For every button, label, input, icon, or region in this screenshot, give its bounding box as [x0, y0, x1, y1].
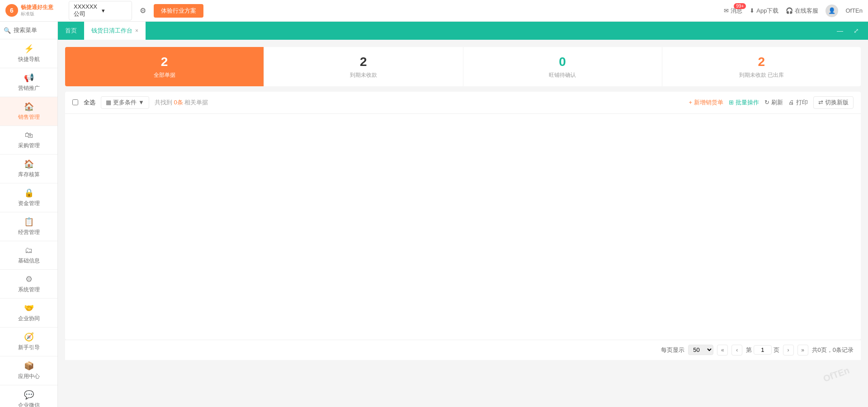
inventory-icon: 🏠 — [24, 159, 34, 169]
status-card-all[interactable]: 2 全部单据 — [65, 47, 264, 86]
refresh-label: 刷新 — [771, 98, 783, 107]
batch-label: 批量操作 — [736, 98, 759, 107]
filter-label: 更多条件 — [113, 98, 137, 107]
sales-icon: 🏠 — [24, 102, 34, 112]
switch-label: 切换新版 — [825, 98, 849, 107]
sidebar-item-purchase[interactable]: 🛍 采购管理 — [0, 126, 57, 154]
expand-button[interactable]: ⤢ — [850, 24, 863, 37]
sidebar-basic-info-label: 基础信息 — [18, 257, 40, 265]
online-service-button[interactable]: 🎧 在线客服 — [786, 7, 818, 15]
sidebar-finance-label: 资金管理 — [18, 200, 40, 207]
next-page-button[interactable]: › — [783, 345, 794, 356]
tab-home[interactable]: 首页 — [58, 22, 84, 40]
app-title: 畅捷通好生意 — [21, 4, 53, 10]
sidebar-item-app-center[interactable]: 📦 应用中心 — [0, 356, 57, 385]
sidebar-wechat-label: 企业微信 — [18, 402, 40, 407]
sidebar-system-label: 系统管理 — [18, 286, 40, 294]
nav-tabs: 首页 钱货日清工作台 × — ⤢ — [58, 22, 868, 40]
sidebar-item-wechat[interactable]: 💬 企业微信 — [0, 385, 57, 407]
last-page-button[interactable]: » — [797, 345, 808, 356]
all-label: 全部单据 — [74, 71, 255, 79]
search-menu-button[interactable]: 🔍 搜索菜单 — [0, 22, 57, 39]
avatar-icon: 👤 — [828, 7, 835, 14]
guide-icon: 🧭 — [24, 332, 34, 342]
found-prefix: 共找到 — [155, 99, 172, 106]
toolbar: 全选 ▦ 更多条件 ▼ 共找到 0条 相关单据 + 新增销货单 ⊞ 批量操作 ↻… — [65, 92, 861, 114]
sidebar-item-operations[interactable]: 📋 经营管理 — [0, 212, 57, 241]
filter-chevron-icon: ▼ — [138, 99, 144, 106]
sidebar-item-inventory[interactable]: 🏠 库存核算 — [0, 154, 57, 183]
tab-close-icon[interactable]: × — [135, 28, 138, 34]
company-selector[interactable]: XXXXXX公司 ▾ — [69, 1, 132, 20]
search-icon: 🔍 — [4, 27, 11, 34]
switch-version-button[interactable]: ⇄ 切换新版 — [813, 96, 854, 109]
page-input[interactable] — [754, 345, 772, 355]
total-info: 共0页，0条记录 — [812, 346, 854, 354]
sidebar-item-marketing[interactable]: 📢 营销推广 — [0, 68, 57, 97]
sidebar-item-quick-nav[interactable]: ⚡ 快捷导航 — [0, 39, 57, 68]
enterprise-icon: 🤝 — [24, 303, 34, 313]
message-button[interactable]: ✉ 消息 99+ — [724, 7, 742, 15]
minimize-button[interactable]: — — [834, 24, 846, 37]
prev-page-button[interactable]: ‹ — [731, 345, 742, 356]
purchase-icon: 🛍 — [25, 131, 33, 140]
tab-cashflow[interactable]: 钱货日清工作台 × — [84, 22, 146, 40]
system-icon: ⚙ — [25, 274, 33, 284]
sidebar-item-guide[interactable]: 🧭 新手引导 — [0, 327, 57, 356]
sidebar-enterprise-label: 企业协同 — [18, 315, 40, 323]
page-size-select[interactable]: 50 10 20 100 — [688, 345, 713, 355]
top-header: 6 畅捷通好生意 标准版 XXXXXX公司 ▾ ⚙ 体验行业方案 ✉ 消息 99… — [0, 0, 868, 22]
filter-button[interactable]: ▦ 更多条件 ▼ — [101, 96, 149, 109]
refresh-icon: ↻ — [764, 99, 769, 106]
header-right: ✉ 消息 99+ ⬇ App下载 🎧 在线客服 👤 OfTEn — [724, 5, 863, 17]
sidebar: 🔍 搜索菜单 ⚡ 快捷导航 📢 营销推广 🏠 销售管理 🛍 采购管理 🏠 库存核… — [0, 0, 58, 407]
add-label: 新增销货单 — [694, 98, 723, 107]
overdue-label: 到期未收款 — [273, 71, 453, 79]
status-card-overdue[interactable]: 2 到期未收款 — [264, 47, 463, 86]
sidebar-item-finance[interactable]: 🔒 资金管理 — [0, 183, 57, 212]
sidebar-quick-nav-label: 快捷导航 — [18, 56, 40, 63]
sidebar-item-system[interactable]: ⚙ 系统管理 — [0, 270, 57, 299]
app-download-button[interactable]: ⬇ App下载 — [750, 7, 778, 15]
refresh-button[interactable]: ↻ 刷新 — [764, 98, 783, 107]
pending-count: 0 — [472, 54, 653, 70]
operations-icon: 📋 — [24, 217, 34, 227]
sidebar-item-enterprise[interactable]: 🤝 企业协同 — [0, 299, 57, 327]
add-sales-order-button[interactable]: + 新增销货单 — [689, 98, 723, 107]
print-button[interactable]: 🖨 打印 — [788, 98, 808, 107]
batch-icon: ⊞ — [729, 99, 734, 106]
logo-icon: 6 — [5, 4, 18, 17]
marketing-icon: 📢 — [24, 73, 34, 83]
sidebar-purchase-label: 采购管理 — [18, 142, 40, 150]
sidebar-item-sales[interactable]: 🏠 销售管理 — [0, 97, 57, 126]
logo-area: 6 畅捷通好生意 标准版 — [5, 4, 63, 17]
message-badge: 99+ — [734, 3, 746, 9]
first-page-button[interactable]: « — [717, 345, 728, 356]
status-card-pending[interactable]: 0 旺铺待确认 — [463, 47, 662, 86]
switch-icon: ⇄ — [818, 99, 823, 106]
page-size-label: 每页显示 — [661, 346, 684, 354]
select-all-label: 全选 — [84, 98, 95, 107]
download-icon: ⬇ — [750, 7, 755, 14]
batch-operation-button[interactable]: ⊞ 批量操作 — [729, 98, 759, 107]
pagination: 每页显示 50 10 20 100 « ‹ 第 页 › » 共0页，0条记录 — [65, 340, 861, 360]
wechat-icon: 💬 — [24, 390, 34, 400]
avatar[interactable]: 👤 — [826, 5, 838, 17]
overdue-out-count: 2 — [671, 54, 852, 70]
page-label: 第 — [746, 346, 752, 353]
trial-button[interactable]: 体验行业方案 — [154, 4, 203, 18]
message-icon: ✉ — [724, 7, 729, 14]
add-icon: + — [689, 99, 692, 106]
user-name: OfTEn — [845, 7, 863, 14]
tab-home-label: 首页 — [65, 27, 77, 35]
app-center-icon: 📦 — [24, 361, 34, 371]
pending-label: 旺铺待确认 — [472, 71, 653, 79]
select-all-checkbox[interactable] — [72, 99, 78, 105]
sidebar-item-basic-info[interactable]: 🗂 基础信息 — [0, 241, 57, 270]
status-card-overdue-out[interactable]: 2 到期未收款 已出库 — [662, 47, 861, 86]
found-count: 0条 — [174, 99, 183, 106]
main-content: 2 全部单据 2 到期未收款 0 旺铺待确认 2 到期未收款 已出库 全选 ▦ … — [58, 40, 868, 407]
headset-icon: 🎧 — [786, 7, 793, 14]
search-menu-label: 搜索菜单 — [14, 26, 37, 34]
settings-button[interactable]: ⚙ — [136, 4, 150, 18]
